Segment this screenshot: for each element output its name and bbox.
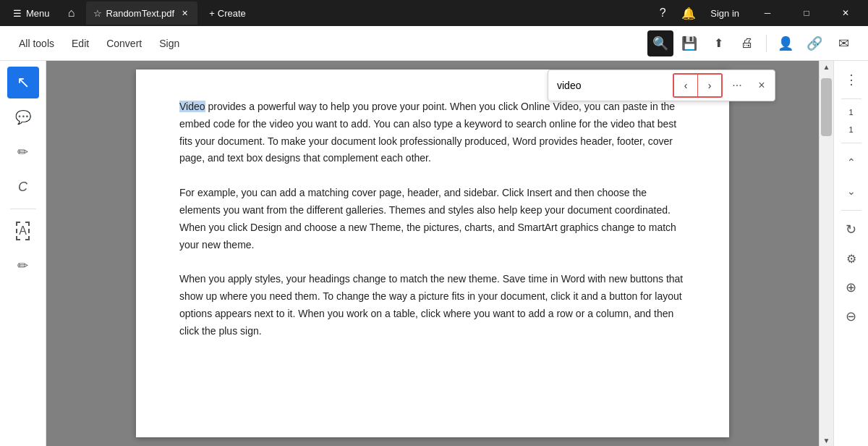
- right-panel-separator-3: [841, 210, 861, 211]
- zoom-out-icon: ⊖: [846, 308, 856, 324]
- menu-button[interactable]: ☰ Menu: [6, 5, 57, 22]
- main-layout: ↖ 💬 ✏ C A ✏︎ ‹ ›: [0, 61, 868, 446]
- search-input[interactable]: [554, 77, 670, 94]
- upload-icon: ⬆: [714, 36, 723, 50]
- bell-icon: 🔔: [681, 7, 696, 20]
- scroll-down-button[interactable]: ▼: [820, 434, 833, 446]
- search-toolbar-button[interactable]: 🔍: [647, 30, 673, 56]
- title-bar: ☰ Menu ⌂ ☆ RandomText.pdf ✕ + Create ? 🔔…: [0, 0, 868, 26]
- paragraph-1: Video provides a powerful way to help yo…: [179, 98, 686, 167]
- zoom-out-button[interactable]: ⊖: [838, 303, 864, 329]
- left-tools-sidebar: ↖ 💬 ✏ C A ✏︎: [0, 61, 46, 446]
- search-prev-button[interactable]: ‹: [674, 75, 697, 96]
- link-toolbar-button[interactable]: 🔗: [801, 30, 827, 56]
- print-toolbar-button[interactable]: 🖨: [734, 30, 760, 56]
- print-icon: 🖨: [741, 35, 754, 51]
- lasso-icon: C: [18, 180, 27, 195]
- arrow-right-icon: ›: [708, 80, 712, 91]
- refresh-icon: ↻: [846, 222, 856, 237]
- page-count: 1: [847, 122, 854, 137]
- chevron-down-button[interactable]: ⌄: [838, 178, 864, 204]
- paragraph-2: For example, you can add a matching cove…: [179, 185, 686, 253]
- comment-tool-button[interactable]: 💬: [7, 101, 39, 133]
- scroll-up-button[interactable]: ▲: [820, 61, 833, 72]
- select-text-tool-button[interactable]: A: [7, 215, 39, 247]
- cursor-icon: ↖: [17, 73, 30, 92]
- chevron-down-icon: ⌄: [847, 185, 856, 197]
- link-icon: 🔗: [807, 35, 822, 51]
- search-bar: ‹ › ··· ×: [548, 70, 775, 101]
- create-button[interactable]: + Create: [200, 5, 255, 22]
- search-next-button[interactable]: ›: [698, 75, 721, 96]
- cursor-tool-button[interactable]: ↖: [7, 67, 39, 98]
- chevron-up-button[interactable]: ⌃: [838, 149, 864, 175]
- search-icon: 🔍: [652, 35, 668, 51]
- menu-label: Menu: [26, 8, 50, 19]
- highlight-eraser-tool-button[interactable]: ✏︎: [7, 250, 39, 282]
- toolbar: All tools Edit Convert Sign 🔍 💾 ⬆ 🖨 👤 🔗 …: [0, 26, 868, 61]
- x-close-icon: ×: [758, 79, 765, 92]
- more-options-button[interactable]: ⋮: [838, 67, 864, 93]
- search-close-button[interactable]: ×: [752, 75, 772, 96]
- right-panel: ⋮ 1 1 ⌃ ⌄ ↻ ⚙ ⊕ ⊖: [833, 61, 868, 446]
- notifications-button[interactable]: 🔔: [678, 3, 699, 23]
- home-button[interactable]: ⌂: [60, 1, 83, 25]
- tab-close-button[interactable]: ✕: [179, 7, 190, 19]
- lasso-tool-button[interactable]: C: [7, 171, 39, 203]
- close-icon: ✕: [842, 8, 849, 18]
- right-panel-separator-1: [841, 98, 861, 99]
- pdf-text-content: Video provides a powerful way to help yo…: [179, 98, 686, 340]
- highlight-video: Video: [179, 101, 205, 112]
- zoom-in-button[interactable]: ⊕: [838, 274, 864, 300]
- maximize-button[interactable]: □: [790, 0, 823, 26]
- question-icon: ?: [660, 7, 666, 20]
- pdf-area: ‹ › ··· × Video provides a powerful way …: [46, 61, 819, 446]
- save-toolbar-button[interactable]: 💾: [676, 30, 702, 56]
- home-icon: ⌂: [68, 7, 75, 20]
- more-vert-icon: ⋮: [845, 72, 858, 88]
- zoom-in-icon: ⊕: [846, 279, 856, 295]
- help-button[interactable]: ?: [652, 3, 673, 23]
- all-tools-menu[interactable]: All tools: [12, 33, 61, 54]
- settings-2-icon: ⚙: [846, 252, 856, 266]
- hamburger-icon: ☰: [13, 8, 22, 19]
- convert-menu[interactable]: Convert: [99, 33, 149, 54]
- email-toolbar-button[interactable]: ✉: [830, 30, 856, 56]
- right-panel-separator-2: [841, 143, 861, 143]
- paragraph-3: When you apply styles, your headings cha…: [179, 271, 686, 340]
- select-text-icon: A: [16, 222, 30, 240]
- star-icon: ☆: [93, 8, 102, 19]
- paragraph-1-rest: provides a powerful way to help you prov…: [179, 101, 676, 164]
- page-number: 1: [847, 105, 854, 119]
- share-user-toolbar-button[interactable]: 👤: [773, 30, 799, 56]
- search-nav-group: ‹ ›: [673, 73, 723, 98]
- refresh-button[interactable]: ↻: [838, 216, 864, 243]
- upload-toolbar-button[interactable]: ⬆: [705, 30, 731, 56]
- comment-icon: 💬: [15, 109, 31, 125]
- highlight-eraser-icon: ✏︎: [17, 258, 28, 274]
- scrollbar[interactable]: ▲ ▼: [819, 61, 833, 446]
- email-icon: ✉: [838, 35, 849, 51]
- sign-menu[interactable]: Sign: [152, 33, 187, 54]
- title-bar-left: ☰ Menu ⌂ ☆ RandomText.pdf ✕ + Create: [6, 1, 650, 25]
- close-button[interactable]: ✕: [829, 0, 862, 26]
- minimize-button[interactable]: ─: [751, 0, 784, 26]
- tool-separator-1: [10, 209, 36, 209]
- tab-title: RandomText.pdf: [106, 8, 175, 19]
- search-more-button[interactable]: ···: [726, 73, 749, 98]
- settings-2-button[interactable]: ⚙: [838, 245, 864, 272]
- maximize-icon: □: [804, 8, 809, 18]
- pdf-page: Video provides a powerful way to help yo…: [136, 70, 729, 437]
- arrow-left-icon: ‹: [684, 80, 688, 91]
- edit-menu[interactable]: Edit: [64, 33, 96, 54]
- sign-in-button[interactable]: Sign in: [705, 5, 745, 22]
- pencil-icon: ✏: [17, 144, 28, 160]
- scroll-thumb[interactable]: [821, 78, 832, 136]
- pdf-tab[interactable]: ☆ RandomText.pdf ✕: [86, 1, 198, 25]
- pencil-tool-button[interactable]: ✏: [7, 136, 39, 168]
- scroll-track[interactable]: [820, 72, 833, 434]
- minimize-icon: ─: [765, 8, 771, 18]
- share-user-icon: 👤: [778, 35, 793, 51]
- create-label: Create: [218, 8, 246, 19]
- chevron-up-icon: ⌃: [847, 156, 856, 168]
